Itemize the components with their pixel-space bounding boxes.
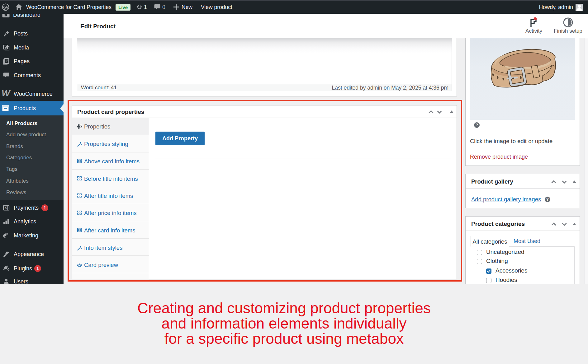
svg-text:$: $ [5, 206, 7, 210]
